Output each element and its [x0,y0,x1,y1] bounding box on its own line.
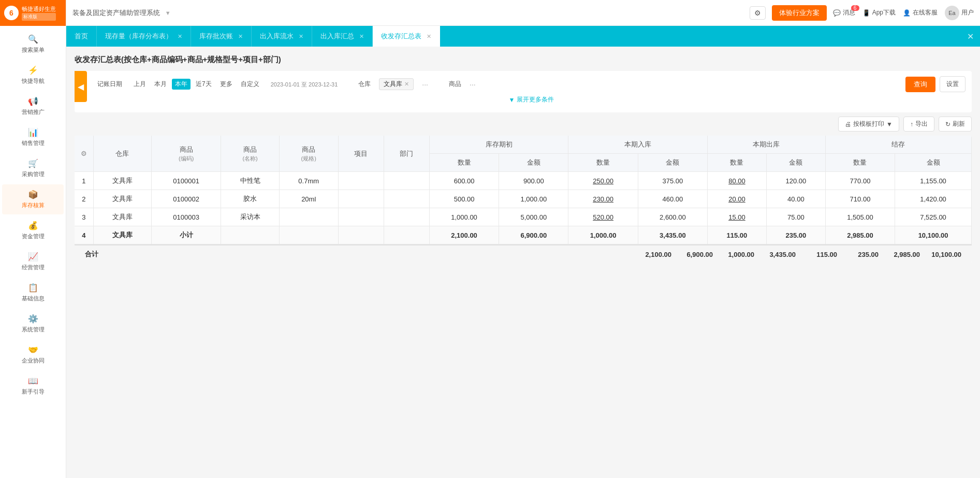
date-btn-more[interactable]: 更多 [217,79,236,90]
date-btn-this-year[interactable]: 本年 [172,79,191,90]
sidebar-item-system[interactable]: ⚙️ 系统管理 [2,309,64,339]
tab-home-label: 首页 [75,32,88,41]
cell-in-qty[interactable]: 250.00 [568,172,638,190]
footer-out-amt: 235.00 [842,251,884,258]
table-row: 3文具库0100003采访本1,000.005,000.00520.002,60… [75,208,972,226]
quicknav-icon: ⚡ [28,65,38,75]
cell-code: 小计 [152,226,221,244]
tab-recv-send-close[interactable]: ✕ [427,33,431,40]
sidebar-item-inventory[interactable]: 📦 库存核算 [2,184,64,214]
date-btn-custom[interactable]: 自定义 [238,79,262,90]
setting-button[interactable]: 设置 [940,76,966,92]
table-gear-icon[interactable]: ⚙ [81,150,87,157]
cell-balance-amt: 1,155.00 [895,172,972,190]
cell-code: 0100001 [152,172,221,190]
footer-in-amt: 3,435.00 [759,251,801,258]
sidebar: 6 畅捷通好生意 标准版 🔍 搜索菜单 ⚡ 快捷导航 📢 营销推广 📊 销售管理… [0,0,66,478]
cell-balance-qty: 770.00 [825,172,895,190]
try-plan-button[interactable]: 体验行业方案 [772,5,827,21]
expand-label: 展开更多条件 [517,95,554,104]
filter-collapse-button[interactable]: ◀ [75,71,87,102]
system-icon: ⚙️ [28,314,38,324]
cell-in-amt: 3,435.00 [638,226,707,244]
date-buttons: 上月 本月 本年 近7天 更多 自定义 [130,79,262,90]
tab-inventory-dist-close[interactable]: ✕ [178,33,182,40]
tab-batch[interactable]: 库存批次账 ✕ [191,26,252,47]
date-btn-7days[interactable]: 近7天 [193,79,215,90]
tab-batch-close[interactable]: ✕ [238,33,243,40]
sidebar-item-basic[interactable]: 📋 基础信息 [2,278,64,308]
sidebar-item-guide[interactable]: 📖 新手引导 [2,371,64,401]
cell-out-qty[interactable]: 20.00 [707,190,766,208]
cell-balance-qty: 710.00 [825,190,895,208]
footer-out-qty: 115.00 [801,251,842,258]
tab-flow[interactable]: 出入库流水 ✕ [252,26,312,47]
tab-inventory-dist-label: 现存量（库存分布表） [105,32,172,41]
footer-label: 合计 [80,250,297,259]
print-label: 按模板打印 [853,120,884,128]
tab-summary-close[interactable]: ✕ [359,33,364,40]
collab-icon: 🤝 [28,345,38,355]
footer-balance-amt: 10,100.00 [925,251,967,258]
warehouse-tag-text: 文具库 [384,80,402,89]
user-item[interactable]: Ea 用户 [945,6,974,20]
cell-in-qty[interactable]: 230.00 [568,190,638,208]
sidebar-item-sales-label: 销售管理 [22,139,45,147]
cell-balance-qty: 1,505.00 [825,208,895,226]
expand-more-button[interactable]: ▼ 展开更多条件 [509,95,554,104]
query-button[interactable]: 查询 [905,77,935,92]
cell-name: 中性笔 [221,172,280,190]
cell-opening-amt: 900.00 [499,172,568,190]
tab-inventory-dist[interactable]: 现存量（库存分布表） ✕ [97,26,191,47]
filter-inner: 记账日期 上月 本月 本年 近7天 更多 自定义 2023-01-01 至 20… [91,71,972,112]
gear-button[interactable]: ⚙ [750,6,766,20]
sidebar-item-purchase-label: 采购管理 [22,170,45,178]
print-button[interactable]: 🖨 按模板打印 ▼ [838,117,899,132]
print-dropdown-icon: ▼ [886,121,893,128]
cell-out-qty[interactable]: 80.00 [707,172,766,190]
sidebar-item-search[interactable]: 🔍 搜索菜单 [2,29,64,59]
sidebar-item-inventory-label: 库存核算 [22,201,45,209]
cell-out-qty[interactable]: 15.00 [707,208,766,226]
cell-opening-amt: 5,000.00 [499,208,568,226]
sidebar-item-sales[interactable]: 📊 销售管理 [2,122,64,152]
online-service-item[interactable]: 👤 在线客服 [903,8,938,17]
cell-dept [384,226,429,244]
cell-balance-amt: 7,525.00 [895,208,972,226]
refresh-button[interactable]: ↻ 刷新 [939,117,972,132]
cell-dept [384,208,429,226]
tab-recv-send[interactable]: 收发存汇总表 ✕ [373,26,440,47]
tab-batch-label: 库存批次账 [199,32,233,41]
sidebar-item-purchase[interactable]: 🛒 采购管理 [2,153,64,183]
date-btn-last-month[interactable]: 上月 [130,79,149,90]
export-button[interactable]: ↑ 导出 [903,117,934,132]
date-btn-this-month[interactable]: 本月 [151,79,170,90]
tab-bar-close[interactable]: ✕ [961,32,980,41]
tab-summary[interactable]: 出入库汇总 ✕ [312,26,373,47]
sidebar-item-quicknav[interactable]: ⚡ 快捷导航 [2,60,64,90]
goods-more[interactable]: ··· [470,80,476,89]
sidebar-item-marketing[interactable]: 📢 营销推广 [2,91,64,121]
warehouse-tag-close[interactable]: ✕ [404,81,409,88]
sidebar-item-collab[interactable]: 🤝 企业协同 [2,340,64,370]
cell-in-qty[interactable]: 520.00 [568,208,638,226]
cell-opening-amt: 6,900.00 [499,226,568,244]
sidebar-item-finance[interactable]: 💰 资金管理 [2,215,64,245]
cell-out-amt: 120.00 [766,172,825,190]
tab-home[interactable]: 首页 [66,26,97,47]
th-opening-amt: 金额 [499,154,568,172]
tab-flow-close[interactable]: ✕ [299,33,303,40]
warehouse-more[interactable]: ··· [422,80,428,89]
system-title: 装备及固定资产辅助管理系统 [72,9,160,17]
sidebar-item-operations[interactable]: 📈 经营管理 [2,247,64,277]
th-opening-qty: 数量 [429,154,499,172]
logo-icon: 6 [4,6,19,20]
th-settings: ⚙ [75,136,93,172]
message-icon-item[interactable]: 💬 消息 6 [833,8,855,17]
cell-opening-qty: 600.00 [429,172,499,190]
phone-icon: 📱 [862,9,870,17]
app-download-item[interactable]: 📱 App下载 [862,8,896,17]
online-service-label: 在线客服 [913,8,938,17]
th-dept: 部门 [384,136,429,172]
message-icon: 💬 [833,9,841,17]
